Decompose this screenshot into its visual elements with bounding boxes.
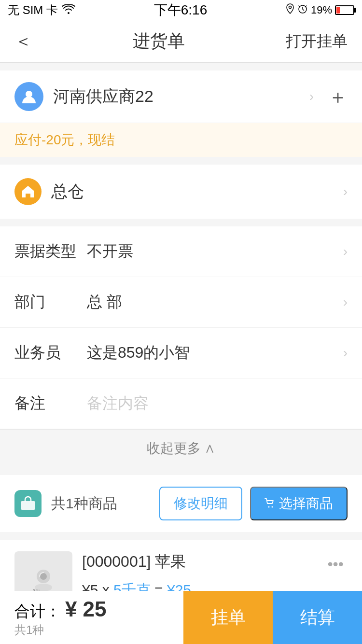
carrier-text: 无 SIM 卡 <box>8 2 58 18</box>
wifi-icon <box>62 3 75 17</box>
collapse-row[interactable]: 收起更多 ∧ <box>0 429 362 467</box>
remark-row[interactable]: 备注 备注内容 <box>0 378 362 429</box>
alarm-icon <box>297 3 308 17</box>
svg-point-2 <box>26 91 32 98</box>
department-arrow-icon: › <box>343 294 348 310</box>
status-right: 19% <box>286 3 354 17</box>
supplier-section: 河南供应商22 › ＋ 应付-20元，现结 <box>0 70 362 157</box>
total-label: 合计： <box>14 602 61 620</box>
total-amount: ¥ 25 <box>65 597 107 621</box>
supplier-row[interactable]: 河南供应商22 › ＋ <box>0 70 362 123</box>
svg-point-9 <box>40 573 47 580</box>
svg-point-5 <box>268 506 270 508</box>
form-section: 票据类型 不开票 › 部门 总 部 › 业务员 这是859的小智 › 备注 备注… <box>0 226 362 467</box>
product-header: 共1种商品 修改明细 选择商品 <box>0 475 362 532</box>
checkout-button[interactable]: 结算 <box>273 591 362 644</box>
warehouse-row[interactable]: 总仓 › <box>0 165 362 219</box>
product-more-button[interactable]: ••• <box>323 551 348 577</box>
salesman-value: 这是859的小智 <box>87 342 343 364</box>
department-row[interactable]: 部门 总 部 › <box>0 277 362 328</box>
total-count: 共1种 <box>14 622 169 638</box>
product-thumb-icon: 智+ <box>29 566 58 595</box>
status-bar: 无 SIM 卡 下午6:16 <box>0 0 362 20</box>
invoice-label: 票据类型 <box>14 241 77 262</box>
supplier-avatar <box>14 82 43 111</box>
remark-label: 备注 <box>14 393 77 414</box>
warehouse-section: 总仓 › <box>0 165 362 219</box>
person-icon <box>20 88 38 105</box>
product-count-icon <box>14 490 42 517</box>
svg-rect-3 <box>26 194 30 197</box>
product-count-text: 共1种商品 <box>51 494 159 514</box>
department-value: 总 部 <box>87 292 343 313</box>
location-icon <box>286 3 294 17</box>
warehouse-arrow-icon: › <box>343 184 348 199</box>
nav-bar: ＜ 进货单 打开挂单 <box>0 20 362 63</box>
supplier-arrow-icon: › <box>309 89 314 104</box>
select-product-button[interactable]: 选择商品 <box>250 487 348 520</box>
remark-input[interactable]: 备注内容 <box>87 393 348 414</box>
info-banner: 应付-20元，现结 <box>0 123 362 157</box>
svg-rect-4 <box>21 501 35 510</box>
hang-button[interactable]: 挂单 <box>183 591 273 644</box>
edit-detail-button[interactable]: 修改明细 <box>159 487 242 520</box>
invoice-arrow-icon: › <box>343 244 348 259</box>
salesman-label: 业务员 <box>14 342 77 364</box>
status-left: 无 SIM 卡 <box>8 2 75 18</box>
status-time: 下午6:16 <box>154 1 208 19</box>
supplier-name: 河南供应商22 <box>53 85 309 108</box>
total-section: 合计： ¥ 25 共1种 <box>0 597 183 638</box>
home-icon <box>20 184 36 199</box>
warehouse-icon <box>14 178 42 205</box>
invoice-value: 不开票 <box>87 241 343 262</box>
invoice-row[interactable]: 票据类型 不开票 › <box>0 226 362 277</box>
department-label: 部门 <box>14 292 77 313</box>
battery-icon <box>335 5 354 15</box>
back-button[interactable]: ＜ <box>14 29 32 53</box>
salesman-row[interactable]: 业务员 这是859的小智 › <box>0 328 362 378</box>
page-title: 进货单 <box>133 29 185 53</box>
add-supplier-button[interactable]: ＋ <box>328 84 348 110</box>
product-name: [0000001] 苹果 <box>82 551 314 573</box>
select-product-label: 选择商品 <box>279 494 333 513</box>
bottom-bar: 合计： ¥ 25 共1种 挂单 结算 <box>0 591 362 644</box>
svg-point-6 <box>272 506 273 508</box>
svg-point-0 <box>289 6 291 9</box>
salesman-arrow-icon: › <box>343 345 348 361</box>
cart-icon <box>265 498 275 509</box>
battery-percent: 19% <box>311 4 332 16</box>
open-hang-button[interactable]: 打开挂单 <box>286 31 348 52</box>
warehouse-name: 总仓 <box>51 181 343 203</box>
shopping-bag-icon <box>20 496 36 511</box>
